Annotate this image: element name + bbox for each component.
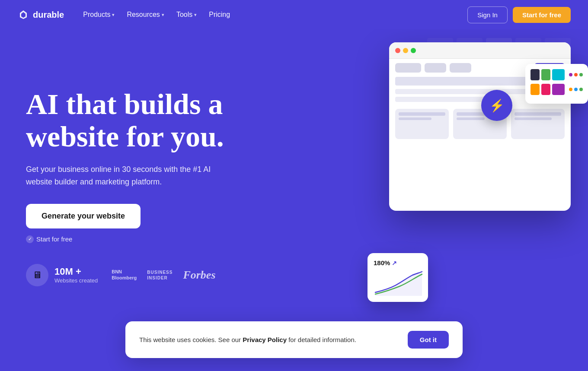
color-row-2	[530, 84, 583, 95]
chart-value: 180%	[374, 259, 390, 266]
generate-website-button[interactable]: Generate your website	[26, 204, 141, 228]
minimize-dot	[403, 48, 408, 53]
press-logos: BNNBloomberg BUSINESSINSIDER Forbes	[112, 269, 215, 282]
swatch-green	[541, 69, 550, 80]
stats-row: 🖥 10M + Websites created BNNBloomberg BU…	[26, 264, 321, 286]
swatch-teal	[552, 69, 565, 80]
color-swatch-panel	[525, 64, 588, 104]
stat-text: 10M + Websites created	[54, 266, 98, 284]
close-dot	[395, 48, 400, 53]
dot-orange2	[569, 88, 572, 91]
dot-orange	[574, 73, 578, 76]
swatch-pink	[541, 84, 550, 95]
chevron-down-icon: ▾	[112, 12, 115, 18]
logo-text: durable	[33, 10, 64, 20]
monitor-icon: 🖥	[26, 264, 48, 286]
chart-label: 180% ↗	[374, 259, 422, 266]
checkmark-icon: ✓	[26, 235, 34, 243]
nav-resources[interactable]: Resources ▾	[121, 7, 169, 22]
swatch-purple	[552, 84, 565, 95]
hero-left: AI that builds a website for you. Get yo…	[26, 88, 321, 286]
hero-subtitle: Get your business online in 30 seconds w…	[26, 163, 233, 188]
color-dots-1	[569, 73, 583, 76]
toolbar-pill-1	[395, 63, 421, 73]
color-dots-2	[569, 88, 583, 91]
nav-products[interactable]: Products ▾	[78, 7, 120, 22]
cookie-text: This website uses cookies. See our Priva…	[139, 336, 399, 343]
hero-illustration: ⚡	[294, 29, 588, 328]
stat-desc: Websites created	[54, 277, 98, 284]
expand-dot	[411, 48, 416, 53]
dot-green	[579, 73, 583, 76]
dot-purple	[569, 73, 572, 76]
signin-button[interactable]: Sign In	[467, 6, 508, 23]
nav-links: Products ▾ Resources ▾ Tools ▾ Pricing	[78, 7, 235, 22]
cta-area: Generate your website ✓ Start for free	[26, 204, 321, 243]
got-it-button[interactable]: Got it	[408, 331, 449, 349]
logo[interactable]: durable	[17, 9, 64, 21]
navbar: durable Products ▾ Resources ▾ Tools ▾ P…	[0, 0, 588, 29]
hero-section: AI that builds a website for you. Get yo…	[0, 29, 588, 328]
growth-chart-panel: 180% ↗	[368, 253, 428, 302]
nav-right: Sign In Start for free	[467, 6, 571, 23]
bloomberg-logo: BNNBloomberg	[112, 269, 137, 280]
start-for-free-nav-button[interactable]: Start for free	[513, 7, 571, 23]
color-row-1	[530, 69, 583, 80]
dot-green2	[579, 88, 583, 91]
nav-left: durable Products ▾ Resources ▾ Tools ▾ P…	[17, 7, 235, 22]
swatch-dark	[530, 69, 540, 80]
chart-visual	[374, 270, 422, 296]
dot-blue	[574, 88, 578, 91]
cookie-banner: This website uses cookies. See our Priva…	[125, 321, 463, 358]
toolbar-pill-3	[450, 63, 471, 73]
logo-icon	[17, 9, 29, 21]
lightning-icon: ⚡	[481, 90, 512, 121]
chevron-down-icon: ▾	[162, 12, 164, 18]
start-free-label: ✓ Start for free	[26, 235, 321, 243]
privacy-policy-link[interactable]: Privacy Policy	[243, 336, 287, 343]
arrow-icon: ↗	[392, 260, 397, 266]
swatch-orange	[530, 84, 540, 95]
forbes-logo: Forbes	[183, 269, 215, 282]
business-insider-logo: BUSINESSINSIDER	[147, 270, 173, 281]
nav-pricing[interactable]: Pricing	[204, 7, 235, 22]
browser-titlebar	[389, 42, 571, 59]
toolbar-pill-2	[425, 63, 446, 73]
chart-svg	[374, 270, 424, 296]
stat-number: 10M +	[54, 266, 98, 277]
hero-title: AI that builds a website for you.	[26, 88, 321, 153]
chevron-down-icon: ▾	[194, 12, 197, 18]
nav-tools[interactable]: Tools ▾	[171, 7, 202, 22]
stat-block: 🖥 10M + Websites created	[26, 264, 98, 286]
